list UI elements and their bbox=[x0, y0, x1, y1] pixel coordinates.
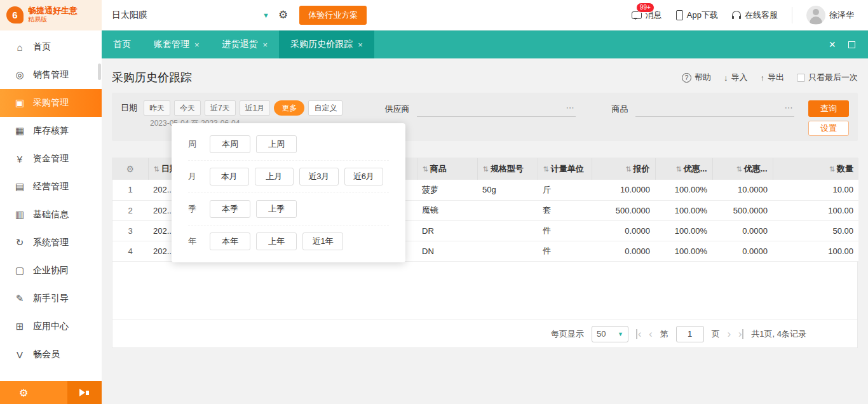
page-toolbar: ? 帮助 ↓ 导入 ↑ 导出 只看最后一次 bbox=[682, 72, 858, 83]
product-input[interactable]: ⋯ bbox=[635, 102, 794, 117]
date-more-button[interactable]: 更多 bbox=[274, 100, 304, 116]
date-popup-group-label: 季 bbox=[188, 203, 210, 215]
checkbox-icon[interactable] bbox=[797, 74, 805, 82]
date-popup-option[interactable]: 上季 bbox=[256, 200, 297, 218]
tab[interactable]: 账套管理× bbox=[142, 30, 211, 58]
sort-icon[interactable]: ⇅ bbox=[675, 165, 681, 173]
first-page-icon[interactable]: ‹ bbox=[636, 329, 641, 339]
sort-icon[interactable]: ⇅ bbox=[736, 165, 742, 173]
tab[interactable]: 首页 bbox=[102, 30, 142, 58]
export-button[interactable]: ↑ 导出 bbox=[761, 72, 785, 83]
announcement-button[interactable] bbox=[67, 381, 102, 404]
table-cell bbox=[477, 241, 538, 261]
help-button[interactable]: ? 帮助 bbox=[682, 72, 711, 83]
sidebar-item-inventory[interactable]: ▦库存核算 bbox=[0, 117, 102, 145]
date-popup-option[interactable]: 上周 bbox=[256, 135, 297, 153]
online-support-button[interactable]: 在线客服 bbox=[732, 10, 778, 21]
date-custom-button[interactable]: 自定义 bbox=[308, 100, 342, 116]
gear-icon[interactable]: ⚙ bbox=[126, 164, 134, 174]
sidebar-item-sales[interactable]: ◎销售管理 bbox=[0, 61, 102, 89]
ellipsis-picker-icon[interactable]: ⋯ bbox=[784, 103, 793, 112]
sidebar-item-guide[interactable]: ✎新手引导 bbox=[0, 285, 102, 313]
sidebar-item-funds[interactable]: ¥资金管理 bbox=[0, 145, 102, 173]
tab-label: 账套管理 bbox=[154, 39, 189, 50]
sort-icon[interactable]: ⇅ bbox=[483, 165, 489, 173]
column-header[interactable]: ⇅商品 bbox=[417, 158, 477, 180]
ellipsis-picker-icon[interactable]: ⋯ bbox=[566, 103, 574, 112]
sidebar-item-app-center[interactable]: ⊞应用中心 bbox=[0, 313, 102, 340]
sort-icon[interactable]: ⇅ bbox=[625, 165, 631, 173]
column-header[interactable]: ⇅数量 bbox=[773, 158, 858, 180]
sidebar-scrollbar[interactable] bbox=[98, 64, 101, 80]
sort-icon[interactable]: ⇅ bbox=[829, 165, 835, 173]
date-popup-option[interactable]: 本月 bbox=[210, 168, 249, 185]
date-popup-option[interactable]: 本年 bbox=[210, 232, 250, 250]
close-all-tabs-icon[interactable]: × bbox=[829, 39, 836, 50]
page-header: 采购历史价跟踪 ? 帮助 ↓ 导入 ↑ 导出 bbox=[112, 62, 858, 93]
settings-gear-icon[interactable]: ⚙ bbox=[19, 387, 28, 399]
fullscreen-icon[interactable] bbox=[848, 41, 855, 48]
date-popup-option[interactable]: 上月 bbox=[255, 168, 294, 185]
date-popup-option[interactable]: 本周 bbox=[210, 135, 250, 153]
close-icon[interactable]: × bbox=[358, 40, 363, 50]
sidebar-item-operations[interactable]: ▤经营管理 bbox=[0, 173, 102, 201]
collaboration-icon: ▢ bbox=[14, 265, 25, 276]
date-quick-button[interactable]: 近7天 bbox=[205, 100, 236, 116]
trial-plan-button[interactable]: 体验行业方案 bbox=[299, 6, 367, 25]
page-content: 采购历史价跟踪 ? 帮助 ↓ 导入 ↑ 导出 bbox=[102, 58, 868, 404]
per-page-select[interactable]: 50 ▼ bbox=[592, 326, 628, 342]
sidebar-item-label: 经营管理 bbox=[33, 181, 69, 192]
date-popup-option[interactable]: 上年 bbox=[256, 232, 297, 250]
account-select[interactable]: 日太阳膜 ▼ bbox=[112, 6, 269, 25]
operations-icon: ▤ bbox=[14, 181, 25, 192]
tab[interactable]: 采购历史价跟踪× bbox=[279, 30, 374, 58]
close-icon[interactable]: × bbox=[194, 40, 200, 50]
topbar-right: 99+ 消息 App下载 在线客服 徐泽华 bbox=[632, 6, 868, 25]
next-page-icon[interactable]: › bbox=[728, 329, 731, 339]
date-popup-option[interactable]: 本季 bbox=[210, 200, 250, 218]
date-quick-button[interactable]: 今天 bbox=[174, 100, 201, 116]
supplier-input[interactable]: ⋯ bbox=[417, 102, 576, 117]
pagination-summary: 共1页, 4条记录 bbox=[751, 328, 806, 340]
sidebar-item-system[interactable]: ↻系统管理 bbox=[0, 229, 102, 257]
search-button[interactable]: 查询 bbox=[808, 100, 849, 117]
column-label: 数量 bbox=[837, 164, 853, 173]
tab-strip: 首页账套管理×进货退货×采购历史价跟踪× bbox=[102, 30, 374, 58]
account-settings-gear-icon[interactable]: ⚙ bbox=[278, 8, 288, 22]
date-popup-option[interactable]: 近6月 bbox=[344, 168, 384, 185]
prev-page-icon[interactable]: ‹ bbox=[649, 329, 652, 339]
top-bar: 6 畅捷通好生意 精易版 日太阳膜 ▼ ⚙ 体验行业方案 99+ 消息 App下… bbox=[0, 0, 868, 30]
messages-button[interactable]: 99+ 消息 bbox=[632, 10, 662, 21]
settings-button[interactable]: 设置 bbox=[808, 121, 849, 136]
sort-icon[interactable]: ⇅ bbox=[543, 165, 549, 173]
sidebar-item-purchase[interactable]: ▣采购管理 bbox=[0, 89, 102, 117]
import-button[interactable]: ↓ 导入 bbox=[724, 72, 748, 83]
last-page-icon[interactable]: › bbox=[738, 329, 743, 339]
sidebar-item-home[interactable]: ⌂首页 bbox=[0, 33, 102, 61]
column-header[interactable]: ⇅优惠... bbox=[712, 158, 773, 180]
table-cell: 3 bbox=[112, 220, 148, 241]
sidebar-item-member[interactable]: V畅会员 bbox=[0, 340, 102, 368]
sort-icon[interactable]: ⇅ bbox=[154, 165, 159, 173]
date-quick-button[interactable]: 近1月 bbox=[240, 100, 271, 116]
sort-icon[interactable]: ⇅ bbox=[423, 165, 428, 173]
product-field: 商品 ⋯ bbox=[611, 102, 794, 117]
app-download-button[interactable]: App下载 bbox=[676, 10, 718, 21]
column-header[interactable]: ⇅报价 bbox=[592, 158, 655, 180]
page-number-input[interactable] bbox=[676, 326, 704, 342]
last-only-toggle[interactable]: 只看最后一次 bbox=[797, 72, 858, 83]
date-popup-option[interactable]: 近1年 bbox=[302, 232, 343, 250]
system-icon: ↻ bbox=[14, 237, 25, 248]
sidebar-item-collaboration[interactable]: ▢企业协同 bbox=[0, 257, 102, 285]
column-header[interactable]: ⇅计量单位 bbox=[538, 158, 592, 180]
tab[interactable]: 进货退货× bbox=[211, 30, 280, 58]
column-header[interactable]: ⇅优惠... bbox=[655, 158, 712, 180]
date-quick-button[interactable]: 昨天 bbox=[144, 100, 170, 116]
close-icon[interactable]: × bbox=[263, 40, 268, 50]
table-cell: 500.0000 bbox=[712, 200, 773, 220]
column-header[interactable]: ⇅规格型号 bbox=[477, 158, 538, 180]
date-popup-option[interactable]: 近3月 bbox=[299, 168, 339, 185]
sidebar-item-base-info[interactable]: ▥基础信息 bbox=[0, 201, 102, 229]
table-cell: 50g bbox=[477, 180, 538, 200]
user-menu[interactable]: 徐泽华 bbox=[806, 6, 854, 25]
